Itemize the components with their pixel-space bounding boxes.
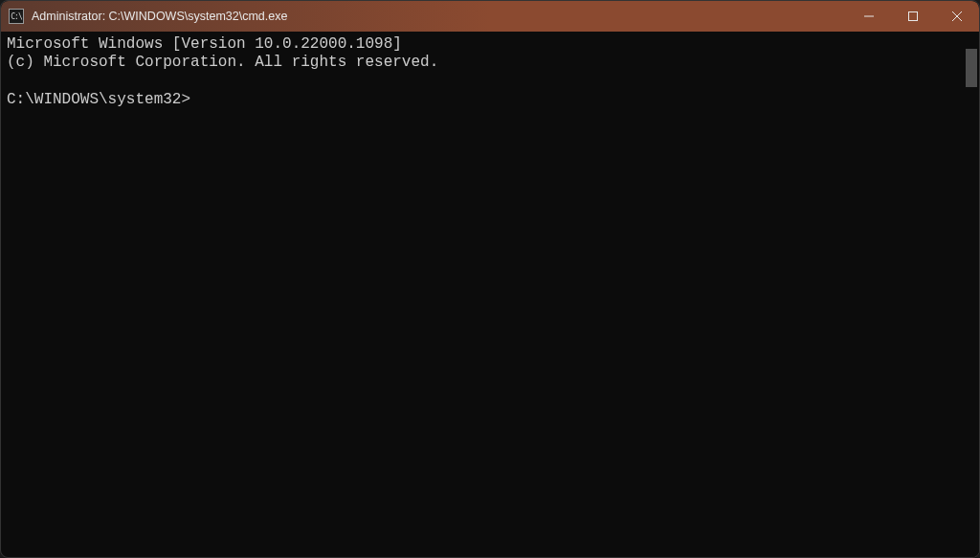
maximize-icon (908, 11, 918, 21)
terminal-output[interactable]: Microsoft Windows [Version 10.0.22000.10… (1, 32, 964, 557)
copyright-line: (c) Microsoft Corporation. All rights re… (7, 54, 438, 71)
scrollbar-thumb[interactable] (966, 49, 977, 87)
close-icon (952, 11, 962, 21)
maximize-button[interactable] (891, 1, 935, 32)
close-button[interactable] (935, 1, 979, 32)
prompt-line[interactable]: C:\WINDOWS\system32> (7, 91, 190, 108)
titlebar[interactable]: C:\ Administrator: C:\WINDOWS\system32\c… (1, 1, 979, 32)
scrollbar-track[interactable] (964, 32, 979, 557)
minimize-icon (864, 11, 874, 21)
terminal-area[interactable]: Microsoft Windows [Version 10.0.22000.10… (1, 32, 979, 557)
window-controls (847, 1, 979, 32)
window-title: Administrator: C:\WINDOWS\system32\cmd.e… (32, 10, 287, 23)
cmd-icon: C:\ (9, 9, 24, 24)
svg-rect-1 (909, 12, 918, 21)
version-line: Microsoft Windows [Version 10.0.22000.10… (7, 35, 402, 53)
minimize-button[interactable] (847, 1, 891, 32)
